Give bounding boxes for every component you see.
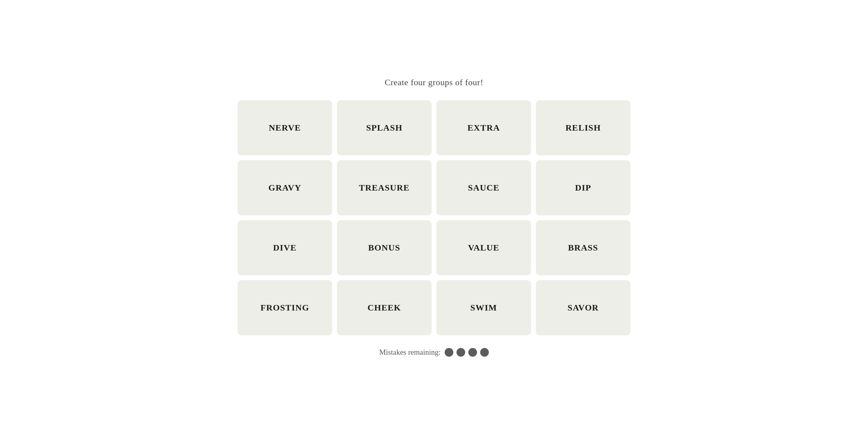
tile-relish[interactable]: RELISH (536, 100, 630, 155)
tile-label-brass: BRASS (568, 243, 598, 253)
mistakes-label: Mistakes remaining: (379, 348, 441, 357)
tile-label-bonus: BONUS (368, 243, 400, 253)
tile-nerve[interactable]: NERVE (238, 100, 332, 155)
tile-label-sauce: SAUCE (468, 183, 499, 193)
tile-label-relish: RELISH (565, 123, 601, 133)
tile-label-nerve: NERVE (269, 123, 301, 133)
grid: NERVESPLASHEXTRARELISHGRAVYTREASURESAUCE… (238, 100, 630, 335)
tile-label-swim: SWIM (470, 303, 497, 313)
tile-dive[interactable]: DIVE (238, 220, 332, 275)
tile-splash[interactable]: SPLASH (337, 100, 432, 155)
tile-gravy[interactable]: GRAVY (238, 160, 332, 215)
mistake-dot-4 (480, 348, 489, 357)
mistake-dot-2 (456, 348, 465, 357)
tile-sauce[interactable]: SAUCE (436, 160, 531, 215)
tile-label-dive: DIVE (273, 243, 296, 253)
tile-cheek[interactable]: CHEEK (337, 280, 432, 335)
tile-label-dip: DIP (575, 183, 591, 193)
tile-savor[interactable]: SAVOR (536, 280, 630, 335)
tile-label-treasure: TREASURE (359, 183, 410, 193)
tile-treasure[interactable]: TREASURE (337, 160, 432, 215)
tile-value[interactable]: VALUE (436, 220, 531, 275)
tile-swim[interactable]: SWIM (436, 280, 531, 335)
mistake-dot-1 (445, 348, 453, 357)
tile-label-cheek: CHEEK (368, 303, 401, 313)
tile-label-savor: SAVOR (567, 303, 599, 313)
subtitle: Create four groups of four! (385, 77, 483, 88)
tile-brass[interactable]: BRASS (536, 220, 630, 275)
tile-frosting[interactable]: FROSTING (238, 280, 332, 335)
mistakes-dots (445, 348, 489, 357)
tile-label-frosting: FROSTING (260, 303, 309, 313)
mistake-dot-3 (468, 348, 477, 357)
mistakes-row: Mistakes remaining: (379, 348, 489, 357)
tile-dip[interactable]: DIP (536, 160, 630, 215)
tile-label-value: VALUE (468, 243, 499, 253)
tile-extra[interactable]: EXTRA (436, 100, 531, 155)
game-container: Create four groups of four! NERVESPLASHE… (237, 77, 631, 357)
tile-label-gravy: GRAVY (268, 183, 301, 193)
tile-label-splash: SPLASH (366, 123, 402, 133)
tile-bonus[interactable]: BONUS (337, 220, 432, 275)
tile-label-extra: EXTRA (468, 123, 500, 133)
